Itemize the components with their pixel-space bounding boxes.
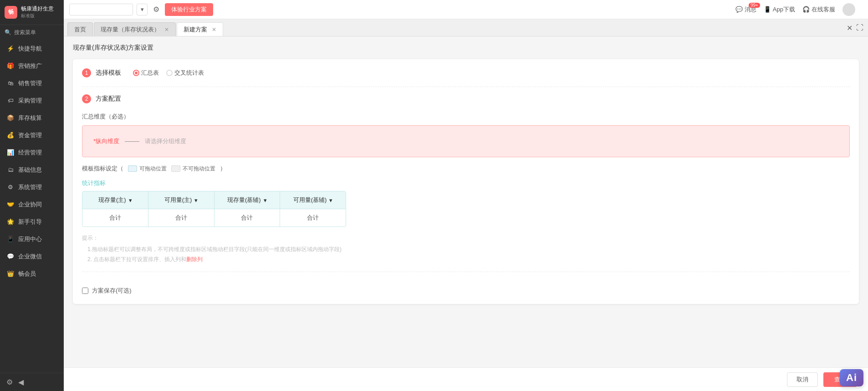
search-icon: 🔍 <box>5 29 11 36</box>
tab-home-label: 首页 <box>74 26 86 34</box>
tabbar: 首页 现存量（库存状况表） ✕ 新建方案 ✕ ✕ ⛶ <box>64 19 868 36</box>
topbar-gear-icon[interactable]: ⚙ <box>153 5 159 14</box>
download-icon: 📱 <box>764 6 771 13</box>
radio-summary[interactable]: 汇总表 <box>133 69 159 77</box>
content-area: 现存量(库存状况表)方案设置 1 选择模板 汇总表 交叉统计表 <box>64 36 868 367</box>
tab-close-btn[interactable]: ✕ <box>847 24 853 32</box>
save-checkbox[interactable] <box>82 288 88 294</box>
trial-btn[interactable]: 体验行业方案 <box>165 3 213 16</box>
settings-footer-btn[interactable]: ⚙ <box>6 378 13 386</box>
sidebar-item-basic-info[interactable]: 🗂 基础信息 <box>0 161 64 179</box>
sidebar-item-app-center[interactable]: 📱 应用中心 <box>0 231 64 248</box>
sidebar-item-purchase[interactable]: 🏷 采购管理 <box>0 92 64 109</box>
tab-inventory-label: 现存量（库存状况表） <box>101 26 160 34</box>
divider-1 <box>82 87 850 87</box>
summary-dimension-label: 汇总维度（必选） <box>82 113 850 121</box>
sidebar-item-label: 资金管理 <box>18 131 42 139</box>
sidebar-item-label: 应用中心 <box>18 235 42 243</box>
draggable-legend-label: 可拖动位置 <box>139 165 167 173</box>
stats-table-header: 现存量(主) ▾ 可用量(主) ▾ 现存量(基辅) ▾ 可用量(基辅) <box>82 191 346 209</box>
sidebar-item-marketing[interactable]: 🎁 营销推广 <box>0 57 64 75</box>
main-area: ▾ ⚙ 体验行业方案 💬 消息 99+ 📱 App下载 🎧 在线客服 首页 <box>64 0 868 391</box>
tip-2: 2. 点击标题栏下拉可设置排序、插入列和删除列 <box>87 255 850 265</box>
purchase-icon: 🏷 <box>6 97 15 105</box>
collapse-footer-btn[interactable]: ◀ <box>18 378 24 386</box>
stats-label: 统计指标 <box>82 179 850 187</box>
tab-new-plan-close[interactable]: ✕ <box>212 26 216 33</box>
tab-new-plan[interactable]: 新建方案 ✕ <box>177 22 223 36</box>
tabbar-corner: ✕ ⛶ <box>842 19 868 36</box>
legend-non-draggable: 不可拖动位置 <box>171 165 215 173</box>
step2-badge: 2 <box>82 94 91 103</box>
sidebar-item-label: 新手引导 <box>18 218 42 226</box>
legend-draggable: 可拖动位置 <box>128 165 167 173</box>
radio-cross[interactable]: 交叉统计表 <box>166 69 204 77</box>
col-available-main[interactable]: 可用量(主) ▾ <box>148 191 214 209</box>
radio-cross-dot <box>166 70 173 76</box>
col-available-main-label: 可用量(主) <box>164 196 192 204</box>
topbar-app-download[interactable]: 📱 App下载 <box>764 5 795 14</box>
tab-inventory-status[interactable]: 现存量（库存状况表） ✕ <box>94 22 176 36</box>
tab-expand-btn[interactable]: ⛶ <box>856 24 863 32</box>
sidebar-footer: ⚙ ◀ <box>0 373 64 391</box>
topbar-avatar[interactable] <box>842 3 855 16</box>
sidebar-search-label: 搜索菜单 <box>14 29 36 36</box>
topbar-online-service[interactable]: 🎧 在线客服 <box>802 5 835 14</box>
cell-1-2: 合计 <box>148 209 214 226</box>
sidebar-item-member[interactable]: 👑 畅会员 <box>0 265 64 283</box>
inventory-icon: 📦 <box>6 114 15 122</box>
required-label: *纵向维度 <box>93 137 119 145</box>
sidebar-item-finance[interactable]: 💰 资金管理 <box>0 127 64 144</box>
cell-1-1: 合计 <box>82 209 148 226</box>
app-download-label: App下载 <box>773 5 795 14</box>
new-guide-icon: 🌟 <box>6 218 15 226</box>
wechat-icon: 💬 <box>6 252 15 261</box>
step1-badge: 1 <box>82 68 91 77</box>
divider-2 <box>82 272 850 272</box>
col-current-main-dropdown[interactable]: ▾ <box>129 197 132 204</box>
sidebar-item-system[interactable]: ⚙ 系统管理 <box>0 179 64 196</box>
draggable-legend-box <box>128 165 137 172</box>
message-icon: 💬 <box>735 6 743 13</box>
sidebar-item-quick-nav[interactable]: ⚡ 快捷导航 <box>0 40 64 57</box>
col-available-aux-dropdown[interactable]: ▾ <box>329 197 332 204</box>
tips-title: 提示： <box>82 234 850 242</box>
tab-home[interactable]: 首页 <box>67 22 93 36</box>
step1-row: 1 选择模板 汇总表 交叉统计表 <box>82 68 850 77</box>
sidebar-item-label: 库存核算 <box>18 114 42 122</box>
sidebar-item-label: 快捷导航 <box>18 45 42 53</box>
col-current-aux[interactable]: 现存量(基辅) ▾ <box>214 191 281 209</box>
col-available-aux[interactable]: 可用量(基辅) ▾ <box>280 191 346 209</box>
cancel-button[interactable]: 取消 <box>787 372 818 387</box>
message-badge: 99+ <box>749 3 760 8</box>
tab-inventory-close[interactable]: ✕ <box>164 26 169 33</box>
stats-table: 现存量(主) ▾ 可用量(主) ▾ 现存量(基辅) ▾ 可用量(基辅) <box>82 191 346 227</box>
sidebar-item-inventory[interactable]: 📦 库存核算 <box>0 109 64 127</box>
col-current-aux-label: 现存量(基辅) <box>227 196 261 204</box>
topbar-dropdown-btn[interactable]: ▾ <box>137 4 148 15</box>
col-available-main-dropdown[interactable]: ▾ <box>194 197 198 204</box>
ai-badge[interactable]: Ai <box>840 369 863 386</box>
sidebar-item-wechat[interactable]: 💬 企业微信 <box>0 248 64 265</box>
topbar-actions: 💬 消息 99+ 📱 App下载 🎧 在线客服 <box>735 3 863 16</box>
basic-info-icon: 🗂 <box>6 166 15 174</box>
sidebar-item-label: 企业协同 <box>18 201 42 209</box>
step1-title: 选择模板 <box>96 69 121 77</box>
save-section: 方案保存(可选) <box>82 279 850 295</box>
sidebar-item-new-guide[interactable]: 🌟 新手引导 <box>0 213 64 231</box>
col-current-main[interactable]: 现存量(主) ▾ <box>82 191 148 209</box>
dimension-area[interactable]: *纵向维度 —— 请选择分组维度 <box>82 125 850 157</box>
sidebar-item-operations[interactable]: 📊 经营管理 <box>0 144 64 161</box>
tab-new-plan-label: 新建方案 <box>184 26 207 34</box>
topbar-message[interactable]: 💬 消息 99+ <box>735 5 756 14</box>
sidebar-item-cooperation[interactable]: 🤝 企业协同 <box>0 196 64 213</box>
topbar-search-input[interactable] <box>69 4 133 15</box>
sales-icon: 🛍 <box>6 79 15 87</box>
col-current-aux-dropdown[interactable]: ▾ <box>264 197 267 204</box>
step2-row: 2 方案配置 <box>82 94 850 103</box>
col-current-main-label: 现存量(主) <box>98 196 126 204</box>
sidebar-item-sales[interactable]: 🛍 销售管理 <box>0 75 64 92</box>
sidebar-search[interactable]: 🔍 搜索菜单 <box>0 25 64 40</box>
sidebar: 畅 畅康通好生意 标准版 🔍 搜索菜单 ⚡ 快捷导航 🎁 营销推广 🛍 销售管理… <box>0 0 64 391</box>
cooperation-icon: 🤝 <box>6 201 15 209</box>
